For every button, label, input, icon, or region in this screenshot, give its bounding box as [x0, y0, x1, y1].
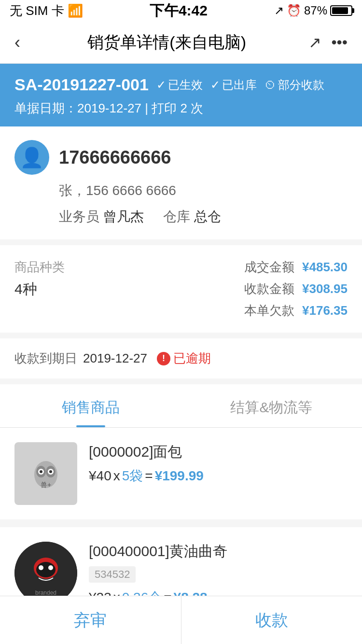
- nav-actions: ↗︎ •••: [308, 33, 348, 52]
- equals-1: =: [145, 468, 153, 484]
- amount-label-0: 成交金额: [244, 259, 294, 276]
- clock-icon: ⏲: [265, 78, 276, 92]
- tab-settlement[interactable]: 结算&物流等: [181, 384, 362, 427]
- product-total-1: ¥199.99: [155, 468, 204, 484]
- product-thumbnail-2: branded: [14, 542, 77, 604]
- product-type-group: 商品种类 4种: [14, 259, 65, 299]
- order-date-label: 单据日期：2019-12-27: [14, 101, 141, 115]
- battery-percent: 87%: [304, 4, 327, 17]
- warehouse: 仓库 总仓: [163, 208, 221, 226]
- warehouse-label: 仓库: [163, 208, 190, 226]
- product-list: 兽+ [0000002]面包 ¥40 x 5袋 = ¥199.99: [0, 428, 362, 621]
- overdue-badge: ! 已逾期: [157, 350, 211, 367]
- customer-detail: 业务员 曾凡杰 仓库 总仓: [14, 208, 348, 226]
- amount-value-0: ¥485.30: [302, 260, 348, 275]
- customer-top: 👤 17666666666: [14, 140, 348, 175]
- multiply-1: x: [113, 468, 120, 484]
- customer-section: 👤 17666666666 张，156 6666 6666 业务员 曾凡杰 仓库…: [0, 126, 362, 239]
- tab-sales-products[interactable]: 销售商品: [0, 384, 181, 427]
- svg-point-5: [40, 470, 42, 473]
- sales-value: 曾凡杰: [103, 208, 144, 226]
- svg-point-11: [39, 565, 43, 570]
- due-date-section: 收款到期日 2019-12-27 ! 已逾期: [0, 338, 362, 378]
- nav-bar: ‹ 销货单详情(来自电脑) ↗︎ •••: [0, 21, 362, 64]
- overdue-text: 已逾期: [173, 350, 211, 367]
- back-button[interactable]: ‹: [10, 28, 25, 57]
- product-price-1: ¥40: [89, 468, 111, 484]
- customer-name-phone: 张，156 6666 6666: [14, 182, 348, 200]
- check-icon-2: ✓: [210, 78, 220, 92]
- amount-row-2: 本单欠款 ¥176.35: [244, 302, 348, 319]
- order-id: SA-20191227-001: [14, 75, 149, 94]
- status-shipped: ✓ 已出库: [210, 77, 257, 93]
- avatar: 👤: [14, 140, 49, 175]
- amount-group: 成交金额 ¥485.30 收款金额 ¥308.95 本单欠款 ¥176.35: [244, 259, 348, 319]
- list-item: 兽+ [0000002]面包 ¥40 x 5袋 = ¥199.99: [0, 428, 362, 519]
- battery-indicator: [330, 5, 352, 16]
- product-name-1: [0000002]面包: [89, 442, 348, 462]
- summary-section: 商品种类 4种 成交金额 ¥485.30 收款金额 ¥308.95 本单欠款 ¥…: [0, 245, 362, 333]
- action-bar: 弃审 收款: [0, 596, 362, 644]
- amount-value-1: ¥308.95: [302, 281, 348, 296]
- due-date-value: 2019-12-27: [83, 351, 147, 366]
- order-separator: |: [145, 101, 152, 115]
- order-meta: 单据日期：2019-12-27 | 打印 2 次: [14, 100, 348, 117]
- check-icon-1: ✓: [156, 78, 166, 92]
- warehouse-value: 总仓: [194, 208, 221, 226]
- product-type-label: 商品种类: [14, 259, 65, 276]
- status-partial: ⏲ 部分收款: [265, 77, 324, 93]
- share-icon[interactable]: ↗︎: [308, 33, 321, 52]
- product-type-value: 4种: [14, 280, 65, 299]
- status-bar: 无 SIM 卡 📶 下午4:42 ↗ ⏰ 87%: [0, 0, 362, 21]
- product-thumbnail-1: 兽+: [14, 442, 77, 505]
- time-display: 下午4:42: [150, 1, 208, 21]
- alarm-icon: ⏰: [287, 4, 301, 17]
- product-info-1: [0000002]面包 ¥40 x 5袋 = ¥199.99: [89, 442, 348, 485]
- user-icon: 👤: [20, 146, 44, 169]
- page-title: 销货单详情(来自电脑): [25, 31, 308, 54]
- order-header: SA-20191227-001 ✓ 已生效 ✓ 已出库 ⏲ 部分收款 单据日期：…: [0, 64, 362, 126]
- amount-label-2: 本单欠款: [244, 302, 294, 319]
- order-print: 打印 2 次: [152, 101, 203, 115]
- product-name-2: [000400001]黄油曲奇: [89, 542, 348, 561]
- location-icon: ↗: [274, 4, 284, 17]
- svg-point-10: [36, 562, 56, 577]
- customer-account-id[interactable]: 17666666666: [59, 147, 171, 168]
- product-price-row-1: ¥40 x 5袋 = ¥199.99: [89, 467, 348, 485]
- status-right: ↗ ⏰ 87%: [274, 4, 352, 17]
- amount-row-1: 收款金额 ¥308.95: [244, 280, 348, 297]
- abandon-review-button[interactable]: 弃审: [0, 596, 181, 644]
- svg-point-12: [48, 565, 53, 570]
- content-scroll: SA-20191227-001 ✓ 已生效 ✓ 已出库 ⏲ 部分收款 单据日期：…: [0, 64, 362, 644]
- collect-payment-button[interactable]: 收款: [181, 596, 362, 644]
- overdue-exclamation: !: [157, 352, 170, 365]
- due-label: 收款到期日: [14, 350, 77, 367]
- svg-text:兽+: 兽+: [41, 481, 51, 489]
- product-sku-2: 534532: [89, 566, 136, 583]
- sales-person: 业务员 曾凡杰: [59, 208, 144, 226]
- battery-fill: [332, 7, 348, 14]
- more-icon[interactable]: •••: [331, 33, 348, 51]
- status-active: ✓ 已生效: [156, 77, 203, 93]
- tabs: 销售商品 结算&物流等: [0, 384, 362, 428]
- svg-text:branded: branded: [35, 589, 56, 596]
- svg-point-6: [49, 470, 52, 473]
- amount-value-2: ¥176.35: [302, 303, 348, 318]
- amount-label-1: 收款金额: [244, 280, 294, 297]
- amount-row-0: 成交金额 ¥485.30: [244, 259, 348, 276]
- sales-label: 业务员: [59, 208, 99, 226]
- product-qty-1: 5袋: [122, 467, 143, 485]
- carrier-signal: 无 SIM 卡 📶: [10, 2, 83, 19]
- order-id-row: SA-20191227-001 ✓ 已生效 ✓ 已出库 ⏲ 部分收款: [14, 75, 348, 94]
